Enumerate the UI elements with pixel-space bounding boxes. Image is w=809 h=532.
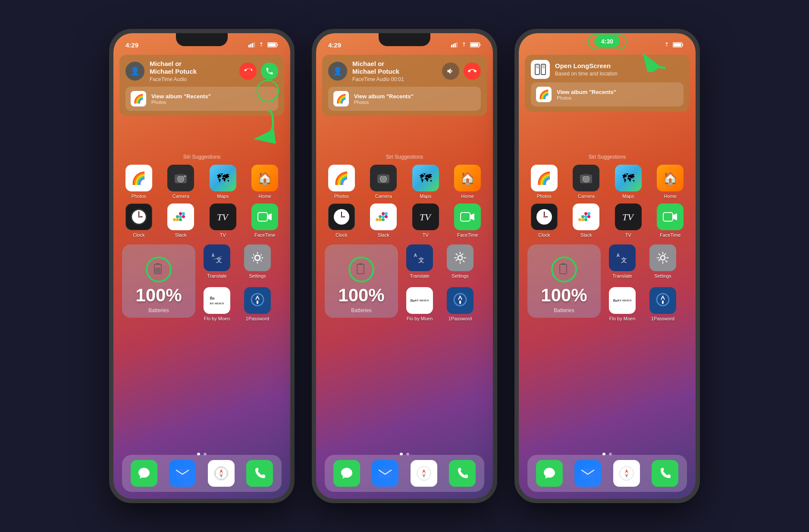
batteries-label-2: Batteries — [325, 307, 398, 313]
app-slack-2[interactable]: Slack — [366, 203, 401, 238]
app-facetime-1[interactable]: FaceTime — [248, 203, 282, 238]
home-app-label-1: Home — [259, 194, 271, 199]
app-slack-3[interactable]: Slack — [569, 203, 603, 238]
dock-messages-3[interactable] — [536, 460, 563, 487]
app-maps-1[interactable]: 🗺 Maps — [206, 165, 240, 199]
app-facetime-2[interactable]: FaceTime — [450, 203, 485, 238]
app-settings-2[interactable]: Settings — [443, 244, 477, 279]
app-row-2-1: 🌈 Photos Camera 🗺 Maps 🏠 Home — [320, 165, 489, 199]
app-row-1-2: Clock Slack TV TV — [118, 203, 286, 238]
app-settings-3[interactable]: Settings — [646, 244, 680, 279]
photos-subtitle-1: Photos — [151, 100, 211, 105]
svg-text:A: A — [414, 253, 417, 258]
app-facetime-3[interactable]: FaceTime — [653, 203, 687, 238]
app-maps-3[interactable]: 🗺 Maps — [611, 165, 646, 199]
app-tv-1[interactable]: TV TV — [206, 203, 240, 238]
app-home-2[interactable]: 🏠 Home — [450, 165, 485, 199]
photos-app-icon-1: 🌈 — [125, 165, 152, 191]
app-photos-3[interactable]: 🌈 Photos — [527, 165, 561, 199]
dock-safari-3[interactable] — [613, 460, 640, 487]
dock-safari-2[interactable] — [411, 460, 437, 487]
translate-app-icon-1: A文 — [204, 244, 230, 271]
battery-percent-1: 100% — [135, 285, 182, 306]
facetime-app-label-1: FaceTime — [254, 232, 276, 238]
app-flo-2[interactable]: floBY MOEN Flo by Moen — [402, 287, 437, 321]
facetime-app-icon-2 — [454, 203, 481, 230]
slack-app-icon-2 — [370, 203, 397, 230]
app-tv-3[interactable]: TV TV — [611, 203, 646, 238]
app-slack-1[interactable]: Slack — [163, 203, 198, 238]
decline-button-1[interactable] — [239, 63, 257, 80]
app-flo-3[interactable]: floBY MOEN Flo by Moen — [605, 287, 640, 321]
svg-rect-25 — [179, 215, 182, 218]
flo-app-label-2: Flo by Moen — [407, 316, 433, 321]
small-row-3-2: floBY MOEN Flo by Moen 1Password — [605, 287, 680, 321]
onepassword-app-label-3: 1Password — [651, 316, 674, 321]
app-clock-1[interactable]: Clock — [122, 203, 156, 238]
app-flo-1[interactable]: floBY MOEN Flo by Moen — [200, 287, 234, 321]
svg-rect-5 — [268, 44, 276, 47]
dock-mail-1[interactable] — [169, 460, 196, 487]
batteries-widget-3: 100% Batteries — [527, 244, 601, 318]
siri-label-1: Siri Suggestions — [113, 154, 290, 160]
app-camera-2[interactable]: Camera — [366, 165, 401, 199]
svg-marker-28 — [267, 213, 272, 220]
svg-rect-18 — [173, 218, 176, 221]
app-maps-2[interactable]: 🗺 Maps — [408, 165, 443, 199]
end-button-2[interactable] — [464, 63, 481, 80]
app-translate-1[interactable]: A文 Translate — [200, 244, 234, 279]
camera-app-icon-2 — [370, 165, 397, 191]
svg-rect-31 — [155, 268, 160, 273]
app-translate-2[interactable]: A文 Translate — [402, 244, 437, 279]
dock-mail-3[interactable] — [574, 460, 601, 487]
app-translate-3[interactable]: A文 Translate — [605, 244, 640, 279]
caller-avatar-2: 👤 — [328, 62, 347, 81]
home-app-label-2: Home — [461, 194, 474, 199]
svg-rect-110 — [561, 263, 565, 265]
dock-safari-1[interactable] — [208, 460, 235, 487]
phone-1: 4:29 👤 Michael orMichael Potuck FaceTime… — [109, 29, 295, 503]
svg-rect-100 — [581, 215, 584, 218]
app-tv-2[interactable]: TV TV — [408, 203, 443, 238]
svg-rect-20 — [176, 215, 179, 218]
slack-app-label-2: Slack — [378, 232, 389, 238]
maps-app-label-2: Maps — [420, 194, 431, 199]
dock-phone-1[interactable] — [246, 460, 273, 487]
app-home-1[interactable]: 🏠 Home — [248, 165, 282, 199]
app-settings-1[interactable]: Settings — [240, 244, 275, 279]
svg-point-92 — [584, 177, 588, 181]
app-clock-2[interactable]: Clock — [324, 203, 359, 238]
svg-rect-83 — [674, 44, 681, 47]
svg-rect-109 — [560, 264, 567, 274]
svg-point-59 — [341, 216, 342, 218]
app-photos-2[interactable]: 🌈 Photos — [324, 165, 359, 199]
svg-rect-104 — [587, 212, 590, 215]
status-icons-2 — [451, 42, 481, 47]
small-apps-col-3: A文 Translate Settings — [605, 244, 680, 321]
accept-button-1[interactable] — [261, 63, 278, 80]
svg-rect-88 — [536, 65, 539, 69]
app-camera-3[interactable]: Camera — [569, 165, 603, 199]
dock-mail-2[interactable] — [372, 460, 398, 487]
small-apps-col-2: A文 Translate Settings — [402, 244, 477, 321]
app-1password-2[interactable]: 1Password — [443, 287, 477, 321]
phone-frame-3: 4:30 4:30 — [514, 29, 700, 503]
svg-rect-19 — [176, 218, 179, 221]
app-1password-3[interactable]: 1Password — [646, 287, 680, 321]
svg-rect-50 — [471, 44, 479, 47]
app-1password-1[interactable]: 1Password — [240, 287, 275, 321]
caller-avatar-1: 👤 — [125, 62, 144, 81]
app-camera-1[interactable]: Camera — [163, 165, 198, 199]
svg-text:A: A — [617, 253, 620, 258]
dock-phone-2[interactable] — [449, 460, 476, 487]
dock-messages-1[interactable] — [131, 460, 157, 487]
app-photos-1[interactable]: 🌈 Photos — [122, 165, 156, 199]
app-clock-3[interactable]: Clock — [527, 203, 561, 238]
app-row-3-2: Clock Slack TV TV — [523, 203, 691, 238]
app-home-3[interactable]: 🏠 Home — [653, 165, 687, 199]
speaker-button-2[interactable] — [442, 63, 459, 80]
dock-messages-2[interactable] — [333, 460, 360, 487]
slack-app-label-3: Slack — [580, 232, 592, 238]
dock-phone-3[interactable] — [652, 460, 678, 487]
photos-app-label-3: Photos — [537, 194, 552, 199]
